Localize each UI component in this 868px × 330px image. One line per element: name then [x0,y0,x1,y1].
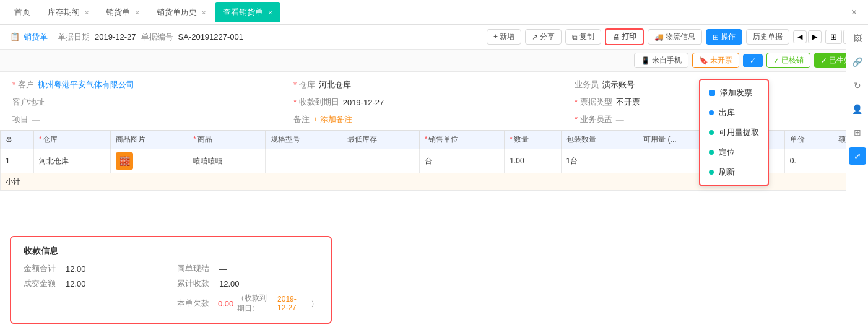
payment-same-order-row: 同单现结 — [177,263,318,274]
dropdown-outbound[interactable]: 出库 [700,103,768,123]
address-value: — [48,98,56,107]
right-tool-user[interactable]: 👤 [849,100,866,118]
col-warehouse: *仓库 [33,131,111,149]
cumulative-label: 累计收款 [177,278,214,289]
owe-note-suffix: ） [311,298,318,309]
warehouse-field: 仓库 河北仓库 [293,79,575,90]
transaction-value: 12.00 [66,279,86,289]
grid-view-button[interactable]: ⊞ [825,30,842,44]
tab-home[interactable]: 首页 [6,2,38,22]
tab-sales-close[interactable]: × [135,9,139,16]
same-order-label: 同单现结 [177,263,214,274]
tab-sales[interactable]: 销货单 × [98,2,147,22]
total-value: 12.00 [66,264,86,274]
salesperson-label: 业务员孟 [575,114,612,125]
next-button[interactable]: ▶ [808,30,822,43]
cell-warehouse: 河北仓库 [33,149,111,173]
transaction-label: 成交金额 [24,278,61,289]
cell-min-stock [342,149,420,173]
print-icon: 🖨 [612,33,620,41]
share-button[interactable]: ↗ 分享 [525,29,562,45]
col-price: 单价 [784,131,833,149]
cell-spec [265,149,342,173]
note-field: 备注 + 添加备注 [293,114,575,125]
mobile-icon: 📱 [641,56,650,65]
col-settings[interactable]: ⚙ [1,131,34,149]
not-open-button[interactable]: 🔖 未开票 [692,53,739,68]
note-label: 备注 [293,114,310,125]
check-icon: ✓ [750,56,756,65]
img-icon: 🖼 [853,33,862,43]
tab-sales-history[interactable]: 销货单历史 × [149,2,214,22]
ticket-type-label: 票据类型 [575,97,612,108]
copy-icon: ⧉ [572,33,578,41]
operate-button[interactable]: ⊞ 操作 [706,29,742,45]
payment-title: 收款信息 [24,246,318,257]
doc-meta: 单据日期 2019-12-27 单据编号 SA-20191227-001 [58,32,243,43]
date-label: 单据日期 [58,32,90,43]
cell-price: 0. [784,149,833,173]
col-unit: *销售单位 [419,131,504,149]
prev-button[interactable]: ◀ [793,30,807,43]
cell-image: 🧱 [111,149,188,173]
right-tool-table[interactable]: ⊞ [849,124,866,141]
customer-value[interactable]: 柳州粤港平安气体有限公司 [38,79,134,90]
grid-icon: ⊞ [713,33,719,41]
history-button[interactable]: 历史单据 [746,29,789,45]
truck-icon: 🚚 [654,33,664,41]
address-field: 客户地址 — [12,97,293,108]
salesperson-value: — [616,115,624,124]
tab-inventory[interactable]: 库存期初 × [40,2,97,22]
locate-icon [709,150,714,155]
owe-label: 本单欠款 [177,298,214,309]
add-note-button[interactable]: + 添加备注 [313,114,352,125]
owe-date: 2019-12-27 [277,295,307,312]
add-invoice-icon [709,90,715,96]
staff-value: 演示账号 [602,79,635,90]
due-date-label: 收款到期日 [293,97,339,108]
print-button[interactable]: 🖨 打印 [605,28,644,45]
from-mobile-button[interactable]: 📱 来自手机 [634,53,688,68]
dropdown-refresh[interactable]: 刷新 [700,162,768,182]
cancelled-button[interactable]: ✓ 已核销 [766,53,810,68]
confirm-button[interactable]: ✓ [743,54,763,67]
right-tool-link[interactable]: 🔗 [849,53,866,71]
ticket-type-value: 不开票 [616,97,640,108]
right-tool-expand[interactable]: ⤢ [849,147,866,165]
cell-product: 嘻嘻嘻嘻 [188,149,265,173]
logistics-button[interactable]: 🚚 物流信息 [648,29,702,45]
tab-inventory-close[interactable]: × [85,9,89,16]
new-button[interactable]: + 新增 [487,29,521,45]
copy-button[interactable]: ⧉ 复制 [565,29,601,45]
product-thumbnail: 🧱 [116,152,133,170]
tab-view-sales-close[interactable]: × [268,9,272,16]
main-content: 📋 销货单 单据日期 2019-12-27 单据编号 SA-20191227-0… [0,25,868,330]
cell-unit: 台 [419,149,504,173]
doc-header: 📋 销货单 单据日期 2019-12-27 单据编号 SA-20191227-0… [0,25,868,50]
due-date-field: 收款到期日 2019-12-27 [293,97,575,108]
dropdown-available-fetch[interactable]: 可用量提取 [700,123,768,142]
address-label: 客户地址 [12,97,45,108]
tab-sales-label: 销货单 [106,7,130,18]
right-tool-img[interactable]: 🖼 [849,30,866,47]
payment-grid: 金额合计 12.00 同单现结 — 成交金额 12.00 累计收款 12.00 … [24,263,318,314]
tab-home-label: 首页 [14,7,30,18]
same-order-value: — [219,264,227,274]
print-label: 打印 [622,32,636,42]
window-close-button[interactable]: × [846,7,862,18]
dropdown-add-invoice[interactable]: 添加发票 [700,83,768,103]
available-fetch-icon [709,130,714,135]
dropdown-locate[interactable]: 定位 [700,142,768,162]
tab-bar: 首页 库存期初 × 销货单 × 销货单历史 × 查看销货单 × × [0,0,868,25]
tab-sales-history-close[interactable]: × [202,9,206,16]
cell-qty: 1.00 [505,149,561,173]
col-product: *商品 [188,131,265,149]
tab-view-sales[interactable]: 查看销货单 × [215,2,280,22]
payment-info-box: 收款信息 金额合计 12.00 同单现结 — 成交金额 12.00 累计收款 1… [10,236,332,324]
payment-cumulative-row: 累计收款 12.00 [177,278,318,289]
payment-owe-row: 本单欠款 0.00 （收款到期日: 2019-12-27） [177,293,318,314]
doc-title: 📋 销货单 [10,32,48,43]
col-spec: 规格型号 [265,131,342,149]
right-tool-rotate[interactable]: ↻ [849,77,866,94]
settings-icon: ⚙ [6,136,12,144]
